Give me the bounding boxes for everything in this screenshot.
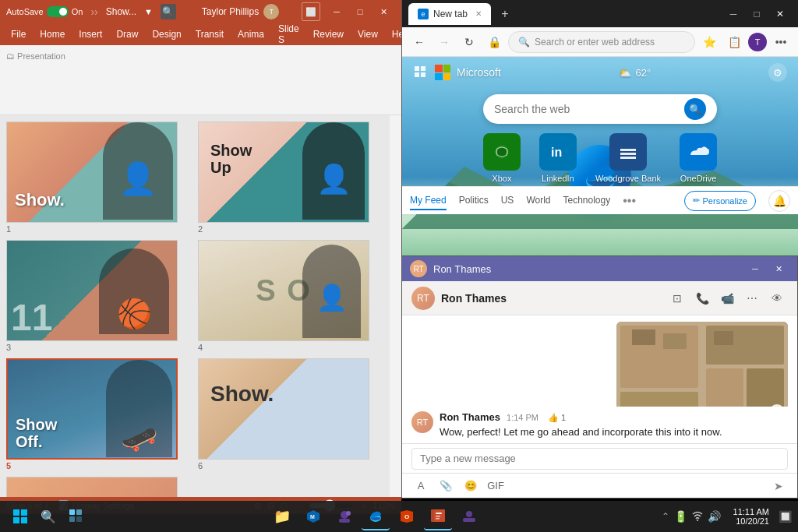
menu-file[interactable]: File	[5, 27, 32, 41]
edge-minimize-btn[interactable]: ─	[722, 0, 745, 27]
teams-eye-btn[interactable]: 👁	[766, 287, 788, 309]
ppt-content: 👤 Show. 1 👤 ShowUp 2	[0, 115, 401, 497]
feed-item-technology[interactable]: Technology	[563, 192, 611, 210]
edge-maximize-btn[interactable]: □	[745, 0, 768, 27]
menu-home[interactable]: Home	[34, 27, 71, 41]
slide-item-6[interactable]: Show. 6	[198, 358, 383, 470]
autosave-area: AutoSave On	[6, 6, 83, 17]
search-box[interactable]: 🔍	[483, 94, 717, 124]
taskbar-office-btn[interactable]: O	[393, 502, 421, 530]
menu-draw[interactable]: Draw	[110, 27, 144, 41]
wifi-icon[interactable]	[692, 510, 703, 523]
edge-new-tab-btn[interactable]: +	[496, 5, 514, 23]
feed-more-btn[interactable]: •••	[623, 194, 636, 208]
slide-item-1[interactable]: 👤 Show. 1	[6, 122, 192, 234]
edge-fav-btn[interactable]: ⭐	[698, 31, 720, 53]
taskbar-start-btn[interactable]	[6, 502, 34, 530]
xbox-icon	[483, 133, 521, 171]
teams-chat-header: RT Ron Thames ⊡ 📞 📹 ⋯ 👁	[402, 281, 797, 315]
edge-newtab: Microsoft ⛅ 62° ⚙ 🔍	[402, 57, 798, 257]
menu-anima[interactable]: Anima	[231, 27, 270, 41]
edge-profile-avatar[interactable]: T	[748, 33, 767, 51]
newtab-settings-btn[interactable]: ⚙	[768, 63, 787, 82]
battery-icon[interactable]: 🔋	[674, 510, 687, 523]
ms-grid-btn[interactable]	[413, 65, 429, 80]
feed-item-politics[interactable]: Politics	[459, 192, 489, 210]
taskbar-search-btn[interactable]: 🔍	[34, 502, 62, 530]
taskbar-taskview-btn[interactable]	[62, 502, 90, 530]
menu-insert[interactable]: Insert	[72, 27, 108, 41]
edge-refresh-btn[interactable]: ↻	[458, 31, 480, 53]
slide-item-7[interactable]: 🌿 7	[6, 477, 192, 497]
teams-emoji-btn[interactable]: 😊	[461, 477, 480, 495]
ppt-close-btn[interactable]: ✕	[372, 0, 395, 23]
teams-more-btn[interactable]: ⋯	[741, 287, 763, 309]
teams-video-btn[interactable]: 📹	[716, 287, 738, 309]
edge-settings-btn[interactable]: •••	[770, 31, 792, 53]
search-icon[interactable]: 🔍	[161, 4, 176, 19]
edge-collections-btn[interactable]: 📋	[723, 31, 745, 53]
menu-review[interactable]: Review	[307, 27, 350, 41]
ppt-minimize-btn[interactable]: ─	[325, 0, 348, 23]
svg-rect-13	[620, 149, 636, 151]
slide-number-6: 6	[198, 461, 383, 470]
slide-number-5: 5	[6, 461, 192, 470]
edge-tab-close[interactable]: ✕	[475, 9, 482, 18]
slide-item-3[interactable]: 11 🏀 3	[6, 240, 192, 352]
menu-design[interactable]: Design	[146, 27, 187, 41]
slide-item-4[interactable]: S O 👤 4	[198, 240, 383, 352]
edge-tab-label: New tab	[433, 9, 468, 19]
taskbar-teams-btn[interactable]	[330, 502, 358, 530]
taskbar-explorer-btn[interactable]: 📁	[268, 502, 296, 530]
teams-gif-btn[interactable]: GIF	[486, 477, 505, 495]
slide-item-2[interactable]: 👤 ShowUp 2	[198, 122, 383, 234]
taskbar-ppt-btn[interactable]	[424, 502, 452, 530]
slide-item-5[interactable]: ShowOff. 🛹 5	[6, 358, 192, 470]
teams-message-input[interactable]	[411, 448, 788, 470]
taskbar-clock[interactable]: 11:11 AM 10/20/21	[733, 507, 769, 526]
shortcut-onedrive[interactable]: OneDrive	[680, 133, 717, 183]
ppt-ribbon-toggle[interactable]: ⬜	[302, 2, 320, 21]
shortcut-xbox[interactable]: Xbox	[483, 133, 521, 183]
edge-browser-window: e New tab ✕ + ─ □ ✕ ← → ↻ 🔒 🔍 Search or …	[401, 0, 798, 257]
svg-point-43	[466, 511, 472, 517]
slide-thumb-2: 👤 ShowUp	[198, 122, 369, 223]
svg-rect-12	[617, 141, 639, 163]
edge-home-btn[interactable]: 🔒	[483, 31, 505, 53]
taskbar-teams-chat-btn[interactable]	[455, 502, 483, 530]
teams-call-btn[interactable]: 📞	[691, 287, 713, 309]
teams-popout-btn[interactable]: ⊡	[666, 287, 688, 309]
teams-format-btn[interactable]: A	[411, 477, 430, 495]
edge-forward-btn[interactable]: →	[433, 31, 455, 53]
menu-transit[interactable]: Transit	[189, 27, 230, 41]
autosave-toggle[interactable]	[47, 6, 69, 17]
edge-active-tab[interactable]: e New tab ✕	[408, 3, 491, 25]
edge-back-btn[interactable]: ←	[408, 31, 430, 53]
notification-btn[interactable]: 🔔	[768, 190, 790, 212]
menu-view[interactable]: View	[351, 27, 384, 41]
teams-attach-btn[interactable]: 📎	[436, 477, 455, 495]
notification-icon[interactable]: 🔲	[779, 510, 792, 523]
teams-close-btn[interactable]: ✕	[768, 258, 789, 280]
feed-item-world[interactable]: World	[526, 192, 550, 210]
chevron-up-icon[interactable]: ⌃	[662, 511, 669, 522]
edge-close-btn[interactable]: ✕	[768, 0, 792, 27]
search-submit-btn[interactable]: 🔍	[684, 98, 706, 120]
teams-send-btn[interactable]: ➤	[769, 477, 788, 495]
teams-msg-body: Ron Thames 1:14 PM 👍 1 Wow, perfect! Let…	[440, 411, 722, 439]
teams-contact-name: Ron Thames	[441, 292, 507, 305]
search-input[interactable]	[494, 103, 678, 115]
slide-thumb-4: S O 👤	[198, 240, 369, 341]
feed-item-myfeed[interactable]: My Feed	[410, 192, 447, 210]
taskbar-edge-btn[interactable]	[362, 502, 390, 530]
taskbar-store-btn[interactable]: M	[299, 502, 327, 530]
teams-minimize-btn[interactable]: ─	[744, 258, 766, 280]
personalize-btn[interactable]: ✏ Personalize	[684, 191, 756, 211]
edge-addressbar[interactable]: 🔍 Search or enter web address	[508, 31, 695, 53]
ppt-maximize-btn[interactable]: □	[348, 0, 372, 23]
shortcut-woodgrove[interactable]: Woodgrove Bank	[595, 133, 661, 183]
menu-slides[interactable]: Slide S	[272, 22, 305, 47]
shortcut-linkedin[interactable]: in LinkedIn	[539, 133, 577, 183]
volume-icon[interactable]: 🔊	[708, 510, 721, 523]
feed-item-us[interactable]: US	[501, 192, 514, 210]
